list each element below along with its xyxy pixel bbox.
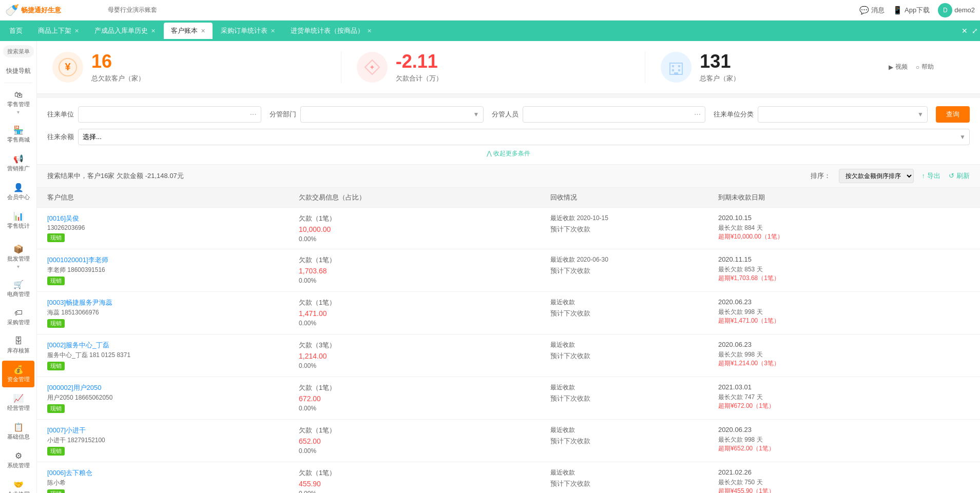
svg-rect-6 [678, 65, 680, 67]
overdue-amount-6[interactable]: 超期¥652.00（1笔） [718, 444, 970, 453]
collect-last-7: 最近收款 [550, 468, 718, 477]
customer-phone-4: 服务中心_丁磊 181 0125 8371 [47, 351, 299, 360]
export-btn[interactable]: ↑ 导出 [922, 171, 941, 181]
sidebar-item-batch-mgmt[interactable]: 📦 批发管理 ▾ [2, 240, 34, 273]
table-row: [0002]服务中心_丁磊 服务中心_丁磊 181 0125 8371 现销 欠… [37, 334, 980, 377]
tab-products-on-off-close[interactable]: ✕ [74, 28, 79, 34]
tab-home[interactable]: 首页 [2, 23, 30, 39]
filter-row-1: 往来单位 ··· 分管部门 ▼ 分管人员 [47, 106, 970, 123]
sidebar-item-retail-mall[interactable]: 🏪 零售商城 [2, 121, 34, 148]
search-input[interactable] [3, 45, 34, 57]
balance-select[interactable]: 选择... [78, 129, 970, 145]
tab-customer-account-close[interactable]: ✕ [201, 28, 205, 34]
customer-name-2[interactable]: [0001020001]李老师 [47, 256, 108, 264]
customer-tag-1: 现销 [47, 233, 65, 242]
sidebar-item-ecommerce[interactable]: 🛒 电商管理 [2, 275, 34, 302]
tab-products-on-off[interactable]: 商品上下架 ✕ [31, 23, 86, 39]
result-summary-text: 搜索结果中，客户16家 欠款金额 -21,148.07元 [47, 172, 184, 180]
customer-name-3[interactable]: [0003]畅捷服务尹海蕊 [47, 299, 112, 306]
help-btn[interactable]: ○ 帮助 [916, 63, 934, 71]
sidebar-nav: 🛍 零售管理 ▾ 🏪 零售商城 📢 营销推广 👤 会员中心 📊 [0, 85, 36, 493]
username: demo2 [954, 6, 975, 14]
unit-class-select[interactable] [758, 106, 928, 123]
tab-instock-stats[interactable]: 进货单统计表（按商品） ✕ [283, 23, 379, 39]
sidebar-item-member[interactable]: 👤 会员中心 [2, 179, 34, 205]
app-download-btn[interactable]: 📱 App下载 [893, 6, 930, 15]
sidebar-item-quick-nav[interactable]: 快捷导航 [2, 63, 34, 80]
message-btn[interactable]: 💬 消息 [859, 6, 885, 15]
sidebar-item-finance[interactable]: 💰 资金管理 [2, 361, 34, 387]
user-avatar[interactable]: D demo2 [938, 3, 975, 17]
due-info-1: 2020.10.15 最长欠款 884 天 超期¥10,000.00（1笔） [718, 214, 970, 241]
svg-text:✦: ✦ [369, 63, 375, 71]
help-circle-icon: ○ [916, 64, 919, 71]
search-button[interactable]: 查询 [936, 106, 970, 123]
customer-name-5[interactable]: [000002]用户2050 [47, 384, 102, 391]
sidebar-item-ecommerce-label: 电商管理 [7, 290, 30, 298]
tab-production-history[interactable]: 产成品入库单历史 ✕ [87, 23, 163, 39]
overdue-amount-4[interactable]: 超期¥1,214.00（3笔） [718, 359, 970, 368]
tab-customer-account[interactable]: 客户账本 ✕ [164, 23, 213, 39]
sidebar-item-retail-mgmt[interactable]: 🛍 零售管理 ▾ [2, 86, 34, 119]
col-header-collect: 回收情况 [550, 193, 718, 202]
message-icon: 💬 [859, 6, 869, 15]
collect-info-1: 最近收款 2020-10-15 预计下次收款 [550, 214, 718, 234]
source-unit-input[interactable]: ··· [78, 106, 261, 123]
result-actions: 排序： 按欠款金额倒序排序 ↑ 导出 ↺ 刷新 [811, 169, 970, 183]
debt-count-4: 欠款（3笔） [299, 341, 550, 350]
sidebar-item-marketing[interactable]: 📢 营销推广 [2, 150, 34, 176]
table-row: [0016]吴俊 13026203696 现销 欠款（1笔） 10,000.00… [37, 208, 980, 249]
tab-minimize-icon[interactable]: ✕ [962, 27, 968, 35]
tab-instock-stats-close[interactable]: ✕ [367, 28, 372, 34]
sidebar-item-biz-mgmt[interactable]: 📈 经营管理 [2, 389, 34, 416]
debt-count-7: 欠款（1笔） [299, 468, 550, 478]
customer-phone-1: 13026203696 [47, 224, 299, 231]
tab-purchase-order[interactable]: 采购订单统计表 ✕ [214, 23, 282, 39]
sidebar-item-inventory[interactable]: 🗄 库存核算 [2, 332, 34, 359]
dept-select[interactable] [300, 106, 484, 123]
view-video-btn[interactable]: ▶ 视频 [889, 63, 908, 71]
marketing-icon: 📢 [13, 154, 24, 164]
overdue-days-5: 最长欠款 747 天 [718, 393, 970, 402]
sidebar-item-system[interactable]: ⚙ 系统管理 [2, 447, 34, 474]
overdue-amount-3[interactable]: 超期¥1,471.00（1笔） [718, 317, 970, 325]
stat-info-total-debt: -2.11 欠款合计（万） [396, 51, 443, 83]
customer-name-4[interactable]: [0002]服务中心_丁磊 [47, 341, 109, 349]
data-table: 客户信息 欠款交易信息（占比） 回收情况 到期未收款日期 [0016]吴俊 13… [37, 188, 980, 493]
tab-bar-actions: ✕ ⤢ [962, 27, 978, 35]
due-info-7: 2021.02.26 最长欠款 750 天 超期¥455.90（1笔） [718, 468, 970, 493]
avatar: D [938, 3, 952, 17]
sidebar-item-retail-stats[interactable]: 📊 零售统计 [2, 207, 34, 234]
overdue-amount-5[interactable]: 超期¥672.00（1笔） [718, 402, 970, 410]
overdue-amount-1[interactable]: 超期¥10,000.00（1笔） [718, 232, 970, 241]
sidebar-item-corp[interactable]: 🤝 企业协同 [2, 476, 34, 493]
overdue-amount-2[interactable]: 超期¥1,703.68（1笔） [718, 274, 970, 283]
overdue-amount-7[interactable]: 超期¥455.90（1笔） [718, 487, 970, 493]
sort-select[interactable]: 按欠款金额倒序排序 [839, 169, 914, 183]
unit-class-select-wrapper: ▼ [758, 106, 928, 123]
sidebar-item-retail-mall-label: 零售商城 [7, 136, 30, 144]
debt-info-6: 欠款（1笔） 652.00 0.00% [299, 426, 550, 455]
top-right-actions: 💬 消息 📱 App下载 D demo2 [859, 3, 975, 17]
customer-tag-6: 现销 [47, 447, 65, 456]
overdue-days-4: 最长欠款 998 天 [718, 350, 970, 359]
tab-production-history-label: 产成品入库单历史 [94, 26, 148, 35]
customer-name-7[interactable]: [0006]去下粮仓 [47, 469, 92, 477]
sidebar-item-purchase-label: 采购管理 [7, 319, 30, 326]
customer-name-6[interactable]: [0007]小进干 [47, 426, 86, 434]
dept-select-wrapper: ▼ [300, 106, 484, 123]
tab-purchase-order-close[interactable]: ✕ [271, 28, 275, 34]
result-summary: 搜索结果中，客户16家 欠款金额 -21,148.07元 [47, 171, 184, 181]
tab-expand-icon[interactable]: ⤢ [972, 27, 978, 35]
collapse-button[interactable]: ⋀ 收起更多条件 [487, 149, 530, 158]
overdue-days-2: 最长欠款 853 天 [718, 265, 970, 274]
customer-name-1[interactable]: [0016]吴俊 [47, 214, 79, 222]
collect-next-2: 预计下次收款 [550, 266, 718, 275]
tab-customer-account-label: 客户账本 [171, 26, 198, 35]
collect-last-6: 最近收款 [550, 426, 718, 435]
manager-input[interactable]: ··· [523, 106, 706, 123]
tab-production-history-close[interactable]: ✕ [151, 28, 156, 34]
sidebar-item-basic-info[interactable]: 📋 基础信息 [2, 418, 34, 445]
refresh-btn[interactable]: ↺ 刷新 [949, 171, 970, 181]
sidebar-item-purchase[interactable]: 🏷 采购管理 [2, 304, 34, 330]
